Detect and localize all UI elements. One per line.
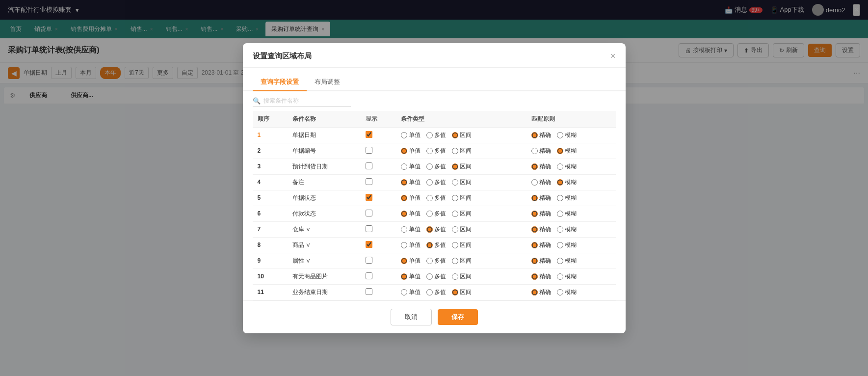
search-icon: 🔍 (253, 97, 261, 105)
tab-query-fields-label: 查询字段设置 (261, 78, 299, 85)
dialog-header: 设置查询区域布局 × (243, 43, 626, 68)
tab-layout-adjust[interactable]: 布局调整 (307, 74, 348, 91)
search-box: 🔍 (253, 97, 351, 107)
dialog-tabs: 查询字段设置 布局调整 (243, 68, 626, 91)
modal-overlay: 设置查询区域布局 × 查询字段设置 布局调整 🔍 顺序 条件名称 (0, 0, 868, 108)
dialog-close-button[interactable]: × (610, 51, 616, 61)
search-input[interactable] (263, 97, 351, 104)
tab-query-fields[interactable]: 查询字段设置 (253, 74, 307, 91)
dialog: 设置查询区域布局 × 查询字段设置 布局调整 🔍 顺序 条件名称 (243, 43, 626, 108)
dialog-title: 设置查询区域布局 (253, 52, 312, 61)
tab-layout-adjust-label: 布局调整 (315, 78, 340, 85)
